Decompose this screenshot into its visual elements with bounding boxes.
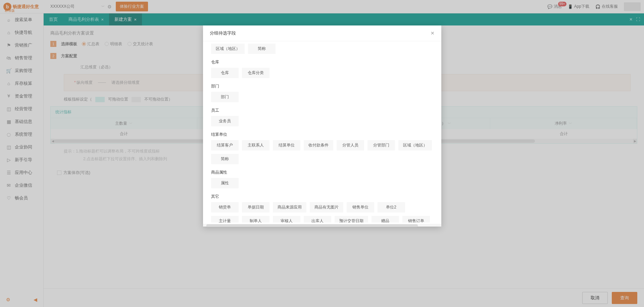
chip-g5-4[interactable]: 销售单位	[347, 202, 374, 212]
group-label-1: 部门	[211, 78, 433, 92]
chip-g5-6[interactable]: 主计量	[211, 216, 239, 223]
group-label-0: 仓库	[211, 54, 433, 68]
modal-overlay: 分组待选字段 ✕ 省/省/ 分类分管部门分管人员主联系人主联系人信用等级 区域（…	[0, 0, 644, 307]
modal-title: 分组待选字段	[210, 30, 236, 36]
chip-g5-10[interactable]: 预计交货日期	[335, 216, 368, 223]
chip-g3-7[interactable]: 简称	[211, 154, 239, 164]
modal-h-scrollbar[interactable]	[203, 224, 441, 227]
chip-g5-7[interactable]: 制单人	[242, 216, 269, 223]
chip-g3-5[interactable]: 分管部门	[367, 140, 395, 150]
chip-g0-1[interactable]: 仓库分类	[242, 68, 269, 78]
chip-g5-3[interactable]: 商品有无图片	[310, 202, 343, 212]
chip-g0-0[interactable]: 仓库	[211, 68, 239, 78]
modal: 分组待选字段 ✕ 省/省/ 分类分管部门分管人员主联系人主联系人信用等级 区域（…	[203, 25, 441, 227]
modal-header: 分组待选字段 ✕	[203, 25, 441, 41]
chip-top2-1[interactable]: 简称	[248, 44, 276, 54]
chip-g5-1[interactable]: 单据日期	[242, 202, 269, 212]
chip-g5-12[interactable]: 销售订单	[402, 216, 430, 223]
chip-g3-6[interactable]: 区域（地区）	[398, 140, 432, 150]
chip-g5-9[interactable]: 出库人	[304, 216, 331, 223]
modal-body[interactable]: 省/省/ 分类分管部门分管人员主联系人主联系人信用等级 区域（地区）简称 仓库仓…	[203, 41, 441, 223]
chip-g5-11[interactable]: 赠品	[371, 216, 399, 223]
group-label-2: 员工	[211, 102, 433, 116]
chip-g3-2[interactable]: 结算单位	[273, 140, 300, 150]
chip-g1-0[interactable]: 部门	[211, 92, 239, 102]
chip-g4-0[interactable]: 属性	[211, 178, 239, 188]
modal-scroll-thumb[interactable]	[206, 224, 418, 227]
close-icon[interactable]: ✕	[431, 30, 435, 36]
chip-g3-4[interactable]: 分管人员	[337, 140, 364, 150]
chip-g3-3[interactable]: 收付款条件	[304, 140, 333, 150]
group-label-3: 结算单位	[211, 126, 433, 140]
chip-g5-8[interactable]: 审核人	[273, 216, 300, 223]
chip-g5-5[interactable]: 单位2	[378, 202, 405, 212]
chip-top2-0[interactable]: 区域（地区）	[211, 44, 245, 54]
chip-g2-0[interactable]: 业务员	[211, 116, 239, 126]
group-label-4: 商品属性	[211, 164, 433, 178]
chip-g3-0[interactable]: 结算客户	[211, 140, 239, 150]
group-label-5: 其它	[211, 188, 433, 202]
chip-g3-1[interactable]: 主联系人	[242, 140, 269, 150]
chip-g5-0[interactable]: 销货单	[211, 202, 239, 212]
chip-g5-2[interactable]: 商品来源应用	[273, 202, 306, 212]
